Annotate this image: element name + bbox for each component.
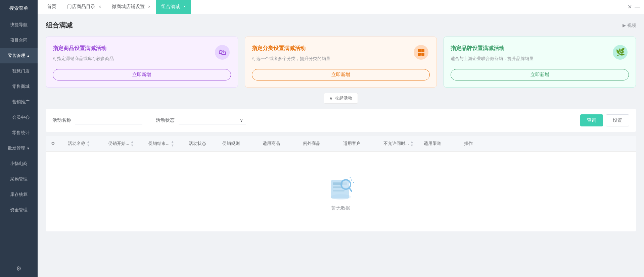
product-card-icon: 🛍 xyxy=(215,45,230,60)
search-actions: 查询 设置 xyxy=(580,114,629,126)
empty-illustration xyxy=(324,172,358,205)
arrow-icon: ▲ xyxy=(27,54,30,58)
sidebar-item-xiaochang[interactable]: 小畅电商 xyxy=(0,156,38,171)
sidebar-item-project-contract[interactable]: 项目合同 xyxy=(0,33,38,48)
brand-card-title: 指定品牌设置满减活动 xyxy=(451,45,629,52)
product-activity-card: 🛍 指定商品设置满减活动 可指定滞销商品或库存较多商品 立即新增 xyxy=(46,37,238,88)
activity-status-field: 活动状态 ∨ xyxy=(156,116,246,124)
tab-bar: 首页 门店商品目录 × 微商城店铺设置 × 组合满减 × ✕ — xyxy=(38,0,644,14)
settings-button[interactable]: 设置 xyxy=(606,114,629,126)
sort-icon: ▲▼ xyxy=(87,140,90,147)
table-col-applicable-channels: 适用渠道 xyxy=(421,136,461,151)
play-icon: ▶ xyxy=(623,23,626,28)
tab-close-combo-discount[interactable]: × xyxy=(183,4,186,9)
product-card-title: 指定商品设置满减活动 xyxy=(53,45,231,52)
table-header: ⚙ 活动名称 ▲▼ 促销开始... ▲▼ 促销结束... ▲▼ 活动状态 xyxy=(46,136,636,152)
sidebar-item-marketing[interactable]: 营销推广 xyxy=(0,94,38,110)
tab-close-store-catalog[interactable]: × xyxy=(99,4,101,9)
sidebar-item-smart-store[interactable]: 智慧门店 xyxy=(0,63,38,79)
tab-home[interactable]: 首页 xyxy=(42,0,62,14)
table-col-applicable-goods: 适用商品 xyxy=(260,136,300,151)
brand-activity-card: 🌿 指定品牌设置满减活动 适合与上游企业联合做营销，提升品牌销量 立即新增 xyxy=(444,37,636,88)
activity-name-input[interactable] xyxy=(75,116,142,124)
activity-status-select[interactable]: ∨ xyxy=(179,116,246,124)
sort-icon: ▲▼ xyxy=(131,140,134,147)
settings-icon: ⚙ xyxy=(51,141,55,146)
sidebar-item-quick-nav[interactable]: 快捷导航 xyxy=(0,17,38,33)
svg-rect-2 xyxy=(418,53,421,56)
gear-icon: ⚙ xyxy=(16,265,21,272)
sidebar-item-purchase[interactable]: 采购管理 xyxy=(0,171,38,187)
svg-rect-3 xyxy=(421,53,424,56)
category-activity-card: 指定分类设置满减活动 可选一个或者多个分类，提升分类的销量 立即新增 xyxy=(245,37,437,88)
sidebar-item-retail-stats[interactable]: 零售统计 xyxy=(0,125,38,141)
page-header: 组合满减 ▶ 视频 xyxy=(46,21,636,30)
query-button[interactable]: 查询 xyxy=(580,114,603,126)
brand-card-add-btn[interactable]: 立即新增 xyxy=(451,69,629,80)
video-link[interactable]: ▶ 视频 xyxy=(623,22,636,29)
brand-card-desc: 适合与上游企业联合做营销，提升品牌销量 xyxy=(451,55,629,62)
sidebar: 搜索菜单 快捷导航 项目合同 零售管理 ▲ 智慧门店 零售商城 营销推广 会员中… xyxy=(0,0,38,277)
product-card-add-btn[interactable]: 立即新增 xyxy=(53,69,231,80)
table-col-not-allow[interactable]: 不允许同时... ▲▼ xyxy=(381,136,421,151)
table-col-operations: 操作 xyxy=(461,136,495,151)
close-window-icon[interactable]: ✕ xyxy=(628,4,632,10)
page-title: 组合满减 xyxy=(46,21,73,30)
svg-point-13 xyxy=(353,182,354,183)
minimize-window-icon[interactable]: — xyxy=(635,4,640,10)
sidebar-item-finance[interactable]: 资金管理 xyxy=(0,202,38,218)
page-content-area: 组合满减 ▶ 视频 🛍 指定商品设置满减活动 可指定滞销商品或库存较多商品 立即… xyxy=(38,14,644,277)
sidebar-item-inventory[interactable]: 库存核算 xyxy=(0,187,38,202)
main-content: 首页 门店商品目录 × 微商城店铺设置 × 组合满减 × ✕ — 组合满减 ▶ … xyxy=(38,0,644,277)
sort-icon: ▲▼ xyxy=(410,140,414,147)
activity-status-label: 活动状态 xyxy=(156,117,175,123)
data-table: ⚙ 活动名称 ▲▼ 促销开始... ▲▼ 促销结束... ▲▼ 活动状态 xyxy=(46,136,636,231)
svg-rect-0 xyxy=(418,49,421,52)
category-card-add-btn[interactable]: 立即新增 xyxy=(252,69,430,80)
sort-icon: ▲▼ xyxy=(171,140,174,147)
tab-wechat-store[interactable]: 微商城店铺设置 × xyxy=(106,0,156,14)
category-card-desc: 可选一个或者多个分类，提升分类的销量 xyxy=(252,55,430,62)
table-col-promo-end[interactable]: 促销结束... ▲▼ xyxy=(146,136,186,151)
sidebar-item-member-center[interactable]: 会员中心 xyxy=(0,110,38,125)
sidebar-item-retail-mall[interactable]: 零售商城 xyxy=(0,79,38,94)
tab-combo-discount[interactable]: 组合满减 × xyxy=(156,0,191,14)
table-col-settings[interactable]: ⚙ xyxy=(48,136,65,151)
svg-rect-1 xyxy=(421,49,424,52)
empty-text: 暂无数据 xyxy=(331,205,350,211)
tab-store-catalog[interactable]: 门店商品目录 × xyxy=(62,0,106,14)
table-col-applicable-customers: 适用客户 xyxy=(340,136,381,151)
collapse-bar: ∧ 收起活动 xyxy=(46,93,636,104)
svg-rect-8 xyxy=(333,190,344,191)
table-col-promo-start[interactable]: 促销开始... ▲▼ xyxy=(105,136,146,151)
sidebar-settings[interactable]: ⚙ xyxy=(0,260,38,277)
activity-name-field: 活动名称 xyxy=(52,116,142,124)
svg-point-12 xyxy=(351,179,352,181)
collapse-icon: ∧ xyxy=(329,96,333,101)
product-card-desc: 可指定滞销商品或库存较多商品 xyxy=(53,55,231,62)
tab-close-wechat-store[interactable]: × xyxy=(148,4,150,9)
sidebar-search[interactable]: 搜索菜单 xyxy=(0,0,38,17)
brand-card-icon: 🌿 xyxy=(613,45,628,60)
collapse-activities-btn[interactable]: ∧ 收起活动 xyxy=(324,93,358,104)
activity-cards: 🛍 指定商品设置满减活动 可指定滞销商品或库存较多商品 立即新增 指定分类设置满… xyxy=(46,37,636,88)
table-col-activity-name[interactable]: 活动名称 ▲▼ xyxy=(65,136,105,151)
table-col-excluded-goods: 例外商品 xyxy=(300,136,340,151)
arrow-icon: ▼ xyxy=(27,147,30,150)
category-card-title: 指定分类设置满减活动 xyxy=(252,45,430,52)
activity-name-label: 活动名称 xyxy=(52,117,71,123)
table-col-promo-rules: 促销规则 xyxy=(220,136,260,151)
table-empty-state: 暂无数据 xyxy=(46,152,636,231)
svg-point-10 xyxy=(342,181,349,188)
chevron-down-icon: ∨ xyxy=(240,117,243,123)
search-bar: 活动名称 活动状态 ∨ 查询 设置 xyxy=(46,109,636,132)
svg-line-11 xyxy=(349,188,352,191)
sidebar-item-retail-management[interactable]: 零售管理 ▲ xyxy=(0,48,38,63)
sidebar-item-wholesale[interactable]: 批发管理 ▼ xyxy=(0,141,38,156)
tab-bar-actions: ✕ — xyxy=(628,4,640,10)
table-col-activity-status: 活动状态 xyxy=(186,136,220,151)
svg-point-14 xyxy=(350,177,351,178)
